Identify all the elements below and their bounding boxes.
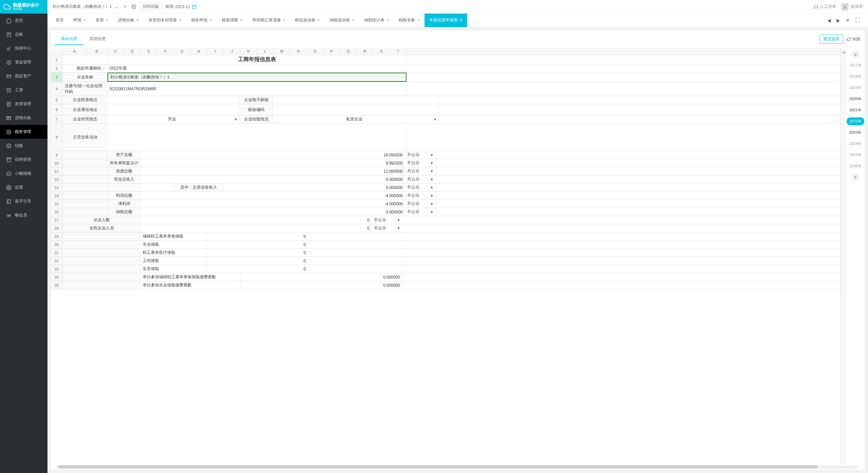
tab-close-icon[interactable]: ✕ <box>352 18 355 22</box>
main-biz-input[interactable] <box>107 124 407 151</box>
tab-close-icon[interactable]: ✕ <box>179 18 182 22</box>
status-select[interactable]: 开业▼ <box>107 115 240 123</box>
col-header[interactable]: E <box>141 48 157 55</box>
row-header[interactable]: 4 <box>51 82 63 96</box>
row-header[interactable]: 1 <box>51 55 63 64</box>
tab-close-icon[interactable]: ✕ <box>209 18 212 22</box>
row-header[interactable]: 12 <box>51 175 63 183</box>
holding-select[interactable]: 私营企业▼ <box>273 115 439 123</box>
row-header[interactable]: 10 <box>51 159 63 167</box>
asset-value[interactable]: 0.000000 <box>141 208 405 216</box>
phone-input[interactable] <box>107 96 240 104</box>
company-name-value[interactable]: 刘小艳演示账套（勿删勿动！）1 <box>107 73 407 82</box>
sidebar-item-8[interactable]: 税务管理 <box>0 125 47 139</box>
col-header[interactable]: H <box>191 48 207 55</box>
row-header[interactable]: 18 <box>51 224 63 232</box>
asset-value[interactable]: -4.000000 <box>141 192 405 200</box>
calendar-icon[interactable] <box>192 4 197 9</box>
spreadsheet[interactable]: ABCDEFGHIJKLMNOPQRST 1工商年报信息表2税款所属期间：202… <box>51 48 841 464</box>
asset-value[interactable]: 12.050000 <box>141 167 405 175</box>
tab-close-icon[interactable]: ✕ <box>386 18 389 22</box>
insurance-value[interactable]: 0 <box>207 257 402 265</box>
asset-value[interactable]: 0.000000 <box>224 184 405 191</box>
row-header[interactable]: 7 <box>51 115 63 123</box>
publicity-select[interactable]: 不公示▼ <box>405 175 436 183</box>
col-header[interactable]: P <box>323 48 340 55</box>
tab-7[interactable]: 所得税汇算清缴✕ <box>248 14 290 27</box>
tab-11[interactable]: 税检专家✕ <box>394 14 425 27</box>
year-item[interactable]: 2022年 <box>847 117 864 125</box>
tab-1[interactable]: 申报✕ <box>68 14 91 27</box>
row-header[interactable]: 9 <box>51 151 63 159</box>
tab-close-icon[interactable]: ✕ <box>83 18 86 22</box>
asset-value[interactable]: -4.000000 <box>141 200 405 208</box>
support-link[interactable]: 人工咨询 <box>814 4 836 10</box>
tab-0[interactable]: 首页 <box>51 14 68 27</box>
sidebar-item-7[interactable]: 进销台账 <box>0 111 47 125</box>
tab-12[interactable]: 年报信息申报表✕ <box>425 14 467 27</box>
sidebar-item-4[interactable]: 固定资产 <box>0 69 47 83</box>
row-header[interactable]: 2 <box>51 64 63 72</box>
asset-value[interactable]: 18.050000 <box>141 151 405 159</box>
sidebar-item-13[interactable]: 新手引导 <box>0 194 47 208</box>
tab-10[interactable]: 纳税统计表✕ <box>359 14 394 27</box>
row-header[interactable]: 8 <box>51 124 63 151</box>
tab-close-icon[interactable]: ✕ <box>240 18 243 22</box>
sidebar-item-14[interactable]: 畅会员 <box>0 208 47 222</box>
col-header[interactable]: D <box>124 48 141 55</box>
tab-prev-icon[interactable]: ◀ <box>826 16 832 24</box>
base-value[interactable]: 0.000000 <box>240 273 402 281</box>
row-value[interactable]: 0 <box>141 216 372 224</box>
sidebar-item-5[interactable]: 工资 <box>0 83 47 97</box>
year-item[interactable]: 2018年 <box>847 73 864 80</box>
postal-input[interactable] <box>273 104 439 115</box>
row-header[interactable]: 3 <box>51 73 63 82</box>
col-header[interactable]: B <box>86 48 107 55</box>
row-header[interactable]: 16 <box>51 208 63 216</box>
account-selector[interactable]: 刘小艳演示账套（勿删勿动！）1 ⌄ <box>53 3 119 10</box>
row-header[interactable]: 6 <box>51 104 63 115</box>
row-header[interactable]: 23 <box>51 265 63 273</box>
sidebar-item-9[interactable]: 结账 <box>0 139 47 153</box>
col-header[interactable]: O <box>307 48 323 55</box>
add-icon[interactable]: ＋ <box>122 3 128 10</box>
publicity-select[interactable]: 不公示▼ <box>405 151 436 159</box>
row-header[interactable]: 11 <box>51 167 63 175</box>
col-header[interactable]: N <box>290 48 307 55</box>
row-header[interactable]: 5 <box>51 96 63 104</box>
tab-3[interactable]: 进销台账✕ <box>113 14 144 27</box>
asset-value[interactable]: 9.992000 <box>141 159 405 167</box>
year-up-icon[interactable]: ▲ <box>852 51 859 58</box>
row-header[interactable]: 15 <box>51 200 63 208</box>
col-header[interactable]: I <box>207 48 224 55</box>
inner-tab-basic[interactable]: 基础信息 <box>55 33 83 45</box>
col-header[interactable]: C <box>107 48 124 55</box>
period-value[interactable]: 2023-11 <box>175 4 190 9</box>
publicity-select[interactable]: 不公示▼ <box>405 200 436 208</box>
row-header[interactable]: 17 <box>51 216 63 224</box>
col-header[interactable]: J <box>224 48 240 55</box>
user-name[interactable]: 徐泽华 <box>851 4 863 10</box>
row-header[interactable]: 22 <box>51 257 63 265</box>
col-header[interactable]: Q <box>340 48 357 55</box>
col-header[interactable]: S <box>373 48 390 55</box>
insurance-value[interactable]: 0 <box>207 232 402 240</box>
publicity-select[interactable]: 不公示▼ <box>372 216 402 224</box>
row-header[interactable]: 25 <box>51 281 63 289</box>
col-header[interactable]: T <box>390 48 407 55</box>
col-header[interactable]: L <box>257 48 274 55</box>
year-item[interactable]: 2025年 <box>847 151 864 159</box>
col-header[interactable]: F <box>157 48 174 55</box>
year-item[interactable]: 2019年 <box>847 84 864 92</box>
col-header[interactable]: G <box>174 48 191 55</box>
tab-close-icon[interactable]: ✕ <box>317 18 320 22</box>
row-value[interactable]: 0 <box>141 224 372 232</box>
sidebar-item-3[interactable]: 资金管理 <box>0 55 47 69</box>
year-item[interactable]: 2020年 <box>847 95 864 103</box>
insurance-value[interactable]: 0 <box>207 241 402 248</box>
base-value[interactable]: 0.000000 <box>240 281 402 289</box>
year-item[interactable]: 2024年 <box>847 140 864 148</box>
fullscreen-icon[interactable]: ⛶ <box>854 16 861 24</box>
tab-2[interactable]: 发票✕ <box>91 14 113 27</box>
switch-old-button[interactable]: 切到旧版 <box>140 2 162 11</box>
